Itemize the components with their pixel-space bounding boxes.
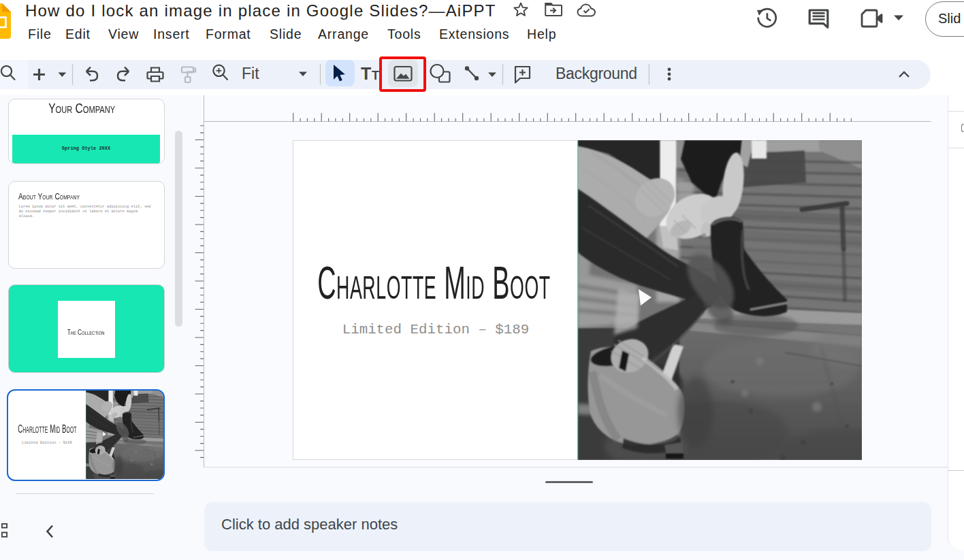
svg-text:Fit: Fit	[242, 65, 259, 82]
svg-text:T: T	[372, 69, 379, 82]
svg-text:Background: Background	[556, 65, 637, 82]
svg-text:T: T	[361, 64, 371, 83]
